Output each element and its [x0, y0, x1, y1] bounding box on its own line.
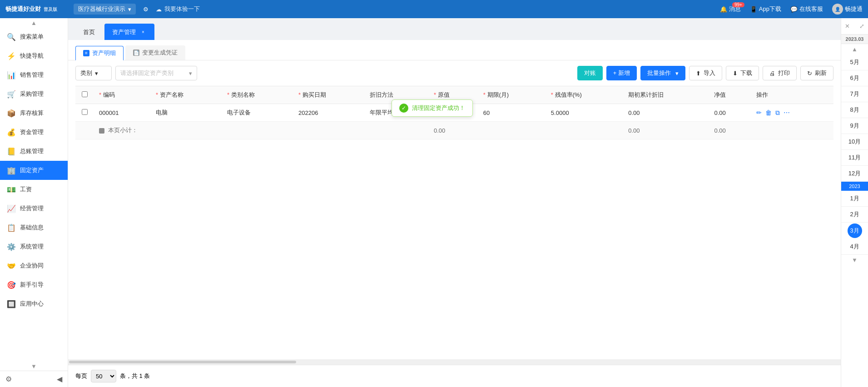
th-code: 编码 — [94, 86, 150, 104]
calendar-expand-icon[interactable]: ⤢ — [858, 21, 866, 31]
sidebar-item-inventory[interactable]: 📦 库存核算 — [0, 104, 68, 123]
sidebar-label-ledger: 总账管理 — [20, 147, 44, 155]
company-selector[interactable]: 医疗器械行业演示 ▾ — [74, 4, 136, 15]
asset-detail-tab-icon: ≡ — [83, 50, 89, 56]
sidebar-label-inventory: 库存核算 — [20, 109, 44, 117]
online-service-button[interactable]: 💬 在线客服 — [790, 5, 823, 13]
sub-tab-asset-detail-label: 资产明细 — [92, 49, 116, 57]
category-filter-label: 类别 — [80, 69, 92, 77]
sidebar-item-quick-nav[interactable]: ⚡ 快捷导航 — [0, 46, 68, 65]
calendar-month-12[interactable]: 12月 — [841, 166, 868, 182]
download-button[interactable]: ⬇ 下载 — [726, 66, 759, 80]
per-page-select[interactable]: 50 10 20 100 — [91, 370, 116, 382]
select-all-checkbox[interactable] — [82, 91, 88, 97]
sidebar-item-funds[interactable]: 💰 资金管理 — [0, 123, 68, 142]
calendar-month-11[interactable]: 11月 — [841, 150, 868, 166]
fixed-assets-icon: 🏢 — [7, 166, 15, 174]
sidebar-label-payroll: 工资 — [20, 185, 32, 194]
calendar-month-9[interactable]: 9月 — [841, 118, 868, 134]
calendar-nav-up[interactable]: ▲ — [841, 44, 868, 55]
notifications-button[interactable]: 🔔 消息 99+ — [720, 5, 741, 13]
refresh-button[interactable]: ↻ 刷新 — [800, 66, 833, 80]
more-icon[interactable]: ⋯ — [784, 109, 790, 117]
content-area: 首页 资产管理 × ≡ 资产明细 📄 变更生成凭证 — [68, 18, 841, 387]
new-label: + 新增 — [613, 69, 630, 77]
subtotal-icon — [99, 128, 104, 134]
top-bar-center: 医疗器械行业演示 ▾ ⚙ ☁ 我要体验一下 — [74, 4, 720, 15]
sidebar-bottom: ⚙ ◀ — [0, 371, 68, 387]
sidebar-item-fixed-assets[interactable]: 🏢 固定资产 — [0, 161, 68, 180]
sidebar-item-enterprise[interactable]: 🤝 企业协同 — [0, 256, 68, 275]
app-download-button[interactable]: 📱 App下载 — [750, 5, 781, 13]
sales-icon: 📊 — [7, 71, 15, 79]
sub-tab-asset-detail[interactable]: ≡ 资产明细 — [75, 46, 124, 60]
sidebar-item-app-center[interactable]: 🔲 应用中心 — [0, 294, 68, 313]
main-layout: ▲ 🔍 搜索菜单 ⚡ 快捷导航 📊 销售管理 🛒 采购管理 📦 库存核算 — [0, 18, 868, 387]
row-checkbox[interactable] — [82, 109, 88, 115]
sidebar-collapse-icon[interactable]: ◀ — [57, 375, 62, 383]
tab-home-label: 首页 — [83, 28, 95, 36]
copy-icon[interactable]: ⧉ — [775, 109, 780, 117]
calendar-month-7[interactable]: 7月 — [841, 86, 868, 102]
category-filter-select[interactable]: 类别 ▾ — [75, 66, 112, 80]
user-menu[interactable]: 👤 畅捷通 — [832, 4, 863, 15]
subtotal-actions — [751, 122, 833, 139]
calendar-month-6[interactable]: 6月 — [841, 70, 868, 86]
sub-tab-change-voucher[interactable]: 📄 变更生成凭证 — [125, 45, 185, 60]
tab-close-icon[interactable]: × — [139, 29, 147, 36]
import-button[interactable]: ⬆ 导入 — [689, 66, 722, 80]
batch-label: 批量操作 — [647, 69, 671, 77]
funds-icon: 💰 — [7, 128, 15, 136]
th-name: 资产名称 — [150, 86, 222, 104]
horizontal-scrollbar[interactable] — [68, 359, 841, 365]
calendar-month-10[interactable]: 10月 — [841, 134, 868, 150]
experience-button[interactable]: ☁ 我要体验一下 — [156, 5, 200, 13]
operations-icon: 📈 — [7, 204, 15, 213]
sidebar-item-operations[interactable]: 📈 经营管理 — [0, 199, 68, 218]
sidebar-item-search[interactable]: 🔍 搜索菜单 — [0, 27, 68, 46]
print-button[interactable]: 🖨 打印 — [763, 66, 797, 80]
tab-home[interactable]: 首页 — [75, 24, 103, 40]
delete-icon[interactable]: 🗑 — [765, 109, 772, 117]
calendar-close-icon[interactable]: ✕ — [843, 21, 852, 31]
sidebar-scroll-up[interactable]: ▲ — [0, 18, 68, 27]
row-residual-rate: 5.0000 — [546, 104, 623, 122]
sidebar-item-ledger[interactable]: 📒 总账管理 — [0, 142, 68, 161]
cloud-icon: ☁ — [156, 6, 162, 13]
settings-icon[interactable]: ⚙ — [143, 6, 149, 13]
tab-asset-mgmt[interactable]: 资产管理 × — [104, 24, 154, 40]
sidebar-item-guide[interactable]: 🎯 新手引导 — [0, 275, 68, 294]
download-label: 下载 — [740, 69, 752, 77]
edit-icon[interactable]: ✏ — [756, 109, 762, 117]
sidebar-item-purchase[interactable]: 🛒 采购管理 — [0, 84, 68, 104]
subtotal-residual — [546, 122, 623, 139]
sidebar-label-funds: 资金管理 — [20, 128, 44, 136]
subtotal-row: 本页小计： 0.00 0.00 0.00 — [75, 122, 833, 139]
notification-icon: 🔔 — [720, 6, 727, 13]
scrollbar-thumb[interactable] — [69, 361, 296, 363]
calendar-month-8[interactable]: 8月 — [841, 102, 868, 118]
app-logo: 畅捷通好业财 普及版 — [5, 5, 74, 13]
reconcile-button[interactable]: 对账 — [577, 66, 603, 80]
calendar-month-2[interactable]: 2月 — [841, 207, 868, 223]
calendar-month-1[interactable]: 1月 — [841, 191, 868, 207]
calendar-month-4[interactable]: 4月 — [841, 239, 868, 255]
sidebar-settings-icon[interactable]: ⚙ — [5, 375, 12, 383]
payroll-icon: 💵 — [7, 185, 15, 194]
sidebar-item-payroll[interactable]: 💵 工资 — [0, 180, 68, 199]
import-label: 导入 — [704, 69, 715, 77]
sidebar-item-sales[interactable]: 📊 销售管理 — [0, 65, 68, 84]
row-checkbox-cell — [75, 104, 94, 122]
sidebar-scroll-down[interactable]: ▼ — [0, 362, 68, 371]
calendar-year-2023: 2023 — [841, 182, 868, 191]
category-filter-input[interactable]: 请选择固定资产类别 ▾ — [115, 66, 197, 80]
batch-button[interactable]: 批量操作 ▾ — [640, 66, 685, 80]
calendar-month-3-active[interactable]: 3月 — [848, 223, 862, 238]
new-button[interactable]: + 新增 — [606, 66, 637, 80]
sidebar-item-system[interactable]: ⚙️ 系统管理 — [0, 237, 68, 256]
calendar-nav-down[interactable]: ▼ — [841, 255, 868, 265]
calendar-panel: ✕ ⤢ 2023.03 ▲ 5月 6月 7月 8月 9月 10月 11月 12月… — [841, 18, 868, 387]
sidebar-item-base-info[interactable]: 📋 基础信息 — [0, 218, 68, 237]
quick-nav-icon: ⚡ — [7, 52, 15, 60]
calendar-month-5[interactable]: 5月 — [841, 55, 868, 70]
